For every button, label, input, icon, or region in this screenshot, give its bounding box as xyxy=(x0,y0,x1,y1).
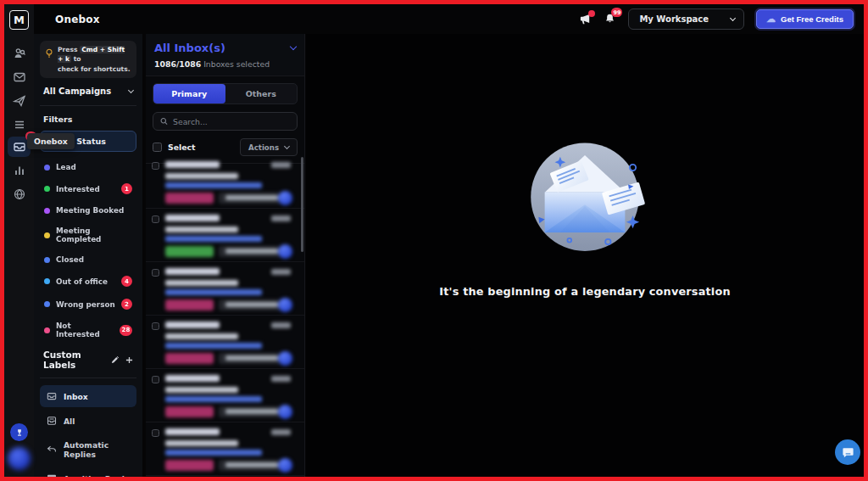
inbox-tabs: Primary Others xyxy=(153,83,298,104)
status-dot-icon xyxy=(44,208,50,214)
status-filter-list: Lead Interested 1 Meeting Booked Meeting… xyxy=(40,157,136,344)
status-filter-item-interested[interactable]: Interested 1 xyxy=(40,177,136,200)
link-redacted xyxy=(165,289,262,295)
sender-avatar xyxy=(278,351,292,366)
link-redacted xyxy=(165,343,262,349)
status-dot-icon xyxy=(44,232,50,238)
sender-avatar xyxy=(278,458,292,473)
notifications-bell-icon[interactable]: 99 xyxy=(604,13,616,25)
link-redacted xyxy=(165,450,262,456)
app-window: M 99 Onebox xyxy=(0,0,868,481)
sender-avatar xyxy=(278,405,292,419)
get-free-credits-button[interactable]: ☁ Get Free Credits xyxy=(756,9,854,29)
divider xyxy=(40,378,136,378)
mailbox-views-list: Inbox All Automatic Replies Awaiting Rep… xyxy=(40,385,136,481)
email-list-item[interactable] xyxy=(146,316,304,369)
tab-others[interactable]: Others xyxy=(225,84,298,103)
app-logo[interactable]: M xyxy=(9,10,29,30)
icon-rail: M 99 xyxy=(4,4,34,477)
email-list-item[interactable] xyxy=(146,209,304,262)
date-redacted xyxy=(271,322,291,328)
status-filter-item-not-interested[interactable]: Not Interested 28 xyxy=(40,316,136,344)
rewards-icon[interactable] xyxy=(10,423,28,441)
support-chat-button[interactable] xyxy=(835,439,860,465)
filters-sidebar: Press Cmd + Shift + k to check for short… xyxy=(34,34,142,477)
notifications-count-badge: 99 xyxy=(611,8,622,17)
status-filter-item-wrong-person[interactable]: Wrong person 2 xyxy=(40,293,136,316)
email-icon[interactable] xyxy=(4,67,34,87)
status-filter-item-closed[interactable]: Closed xyxy=(40,249,136,270)
workspace-label: My Workspace xyxy=(639,14,709,24)
chevron-down-icon xyxy=(284,143,290,148)
email-list-panel: All Inbox(s) 1086/1086 Inboxes selected … xyxy=(146,34,305,477)
user-avatar[interactable] xyxy=(8,447,31,470)
date-redacted xyxy=(271,376,291,382)
email-rows xyxy=(146,155,304,477)
campaigns-icon[interactable] xyxy=(4,91,34,111)
sender-avatar xyxy=(278,298,292,312)
status-filter-item-out-of-office[interactable]: Out of office 4 xyxy=(40,270,136,293)
email-list-item[interactable] xyxy=(146,262,304,316)
chevron-down-icon xyxy=(290,43,297,50)
workspace-selector[interactable]: My Workspace xyxy=(628,8,744,30)
sender-name-redacted xyxy=(165,322,220,328)
view-filter-item-automatic-replies[interactable]: Automatic Replies xyxy=(40,434,136,465)
status-dot-icon xyxy=(44,186,50,192)
select-actions-row: Select Actions xyxy=(153,138,298,156)
lead-search-icon[interactable] xyxy=(4,43,34,64)
status-dot-icon xyxy=(44,257,50,263)
email-list-item[interactable] xyxy=(146,422,304,476)
status-label: Closed xyxy=(56,255,84,264)
filters-heading: Filters xyxy=(40,113,136,131)
search-input[interactable] xyxy=(173,117,290,126)
status-filter-item-meeting-booked[interactable]: Meeting Booked xyxy=(40,200,136,221)
redacted-email-content xyxy=(146,316,304,368)
status-filter-item-lead[interactable]: Lead xyxy=(40,157,136,177)
subject-redacted xyxy=(165,440,238,446)
page-title: Onebox xyxy=(55,14,100,25)
actions-dropdown[interactable]: Actions xyxy=(240,138,298,156)
email-list-item[interactable] xyxy=(146,369,304,422)
archive-icon xyxy=(47,416,57,426)
status-label: Meeting Booked xyxy=(56,206,124,215)
analytics-icon[interactable] xyxy=(4,160,34,181)
link-redacted xyxy=(165,236,262,242)
chat-icon xyxy=(47,473,57,481)
add-label-icon[interactable] xyxy=(125,356,133,364)
campaigns-dropdown[interactable]: All Campaigns xyxy=(40,78,136,103)
view-label: Automatic Replies xyxy=(64,440,130,459)
empty-state-title: It's the beginning of a legendary conver… xyxy=(439,285,730,298)
view-filter-item-all[interactable]: All xyxy=(40,410,136,432)
status-dot-icon xyxy=(44,165,50,171)
date-redacted xyxy=(271,429,291,435)
top-bar: Onebox 99 My Workspace ☁ Get Free Credit… xyxy=(34,4,864,34)
select-all-checkbox[interactable] xyxy=(153,143,162,152)
subject-redacted xyxy=(165,227,238,232)
status-label: Interested xyxy=(56,185,100,193)
announcements-dot-badge xyxy=(588,10,595,17)
status-count-badge: 28 xyxy=(120,325,132,336)
view-filter-item-inbox[interactable]: Inbox xyxy=(40,385,136,407)
link-redacted xyxy=(165,396,262,402)
list-scrollbar[interactable] xyxy=(301,157,303,252)
email-list-item[interactable] xyxy=(146,155,304,209)
redacted-email-content xyxy=(146,262,304,315)
edit-pencil-icon[interactable] xyxy=(111,356,119,364)
global-icon[interactable] xyxy=(4,184,34,204)
inbox-selector[interactable]: All Inbox(s) xyxy=(154,42,296,54)
announcements-icon[interactable] xyxy=(579,13,592,25)
tab-primary[interactable]: Primary xyxy=(153,84,225,103)
redacted-email-content xyxy=(146,155,304,208)
view-label: Awaiting Reply xyxy=(64,474,130,481)
view-label: Inbox xyxy=(64,392,88,401)
lightbulb-icon xyxy=(45,46,53,74)
chevron-down-icon xyxy=(730,14,736,20)
inbox-header: All Inbox(s) 1086/1086 Inboxes selected xyxy=(146,34,304,76)
empty-inbox-illustration xyxy=(515,134,654,263)
redacted-email-content xyxy=(146,209,304,261)
status-pill xyxy=(165,193,214,204)
status-filter-item-meeting-completed[interactable]: Meeting Completed xyxy=(40,221,136,249)
date-redacted xyxy=(271,162,291,168)
date-redacted xyxy=(271,269,291,275)
view-filter-item-awaiting-reply[interactable]: Awaiting Reply xyxy=(40,467,136,481)
